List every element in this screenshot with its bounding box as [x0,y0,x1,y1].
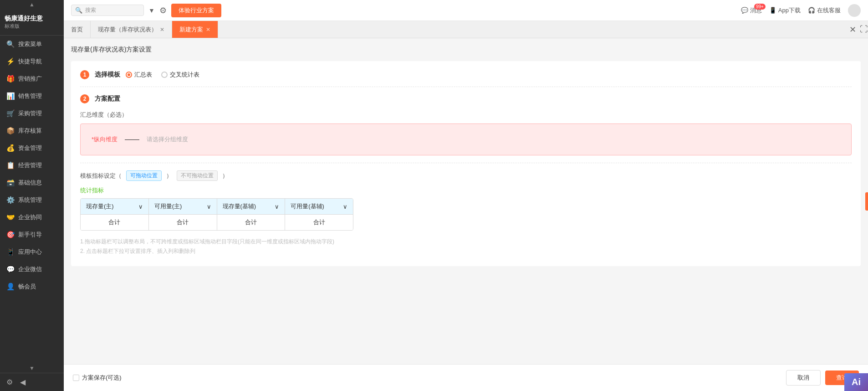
stat-cell-1-2: 合计 [149,215,217,230]
tip-2: 2. 点击标题栏下拉可设置排序、插入列和删除列 [80,247,852,255]
page-title: 现存量(库存状况表)方案设置 [71,46,861,54]
sidebar-label-inventory: 库存核算 [18,127,42,135]
stat-col-2[interactable]: 可用量(主) ∨ [149,199,217,214]
stat-cell-1-1: 合计 [81,215,149,230]
collapse-icon[interactable]: ◀ [20,378,26,386]
tip-1: 1.拖动标题栏可以调整布局，不可跨维度或指标区域拖动栏目字段(只能在同一维度或指… [80,238,852,246]
sidebar-label-sales: 销售管理 [18,92,42,100]
wechat-icon: 💬 [6,265,15,273]
expand-window-icon[interactable]: ⛶ [860,25,868,34]
messages-badge[interactable]: 💬 消息 99+ [741,6,762,15]
window-controls: ✕ ⛶ [849,25,868,35]
sidebar-item-marketing[interactable]: 🎁 营销推广 [0,70,64,87]
step2-row: 2 方案配置 [80,94,852,103]
radio-cross[interactable]: 交叉统计表 [161,71,199,79]
radio-cross-label: 交叉统计表 [170,71,199,79]
stat-section-title: 统计指标 [80,186,852,195]
sidebar-item-shortcut[interactable]: ⚡ 快捷导航 [0,53,64,70]
plan-config-card: 1 选择模板 汇总表 交叉统计表 2 方案配置 [71,61,861,266]
stat-col-3-label: 现存量(基辅) [223,202,256,211]
sidebar-footer: ⚙ ◀ [0,373,64,391]
sidebar-item-enterprise[interactable]: 🤝 企业协同 [0,209,64,226]
step1-title: 选择模板 [95,71,120,79]
close-window-icon[interactable]: ✕ [849,25,856,35]
step2-badge: 2 [80,94,89,103]
save-option-label: 方案保存(可选) [82,374,122,382]
non-draggable-tag: 不可拖动位置 [177,170,218,181]
topbar-right: 💬 消息 99+ 📱 App下载 🎧 在线客服 [741,4,861,17]
dimension-arrow: —— [125,135,139,144]
stat-cell-1-3: 合计 [217,215,286,230]
member-icon: 👤 [6,283,15,291]
tab-home-label: 首页 [71,26,83,34]
resize-handle[interactable] [865,192,868,211]
sidebar-item-inventory[interactable]: 📦 库存核算 [0,122,64,139]
sidebar-item-finance[interactable]: 💰 资金管理 [0,139,64,157]
sidebar-item-wechat[interactable]: 💬 企业微信 [0,261,64,278]
stat-table: 现存量(主) ∨ 可用量(主) ∨ 现存量(基辅) ∨ 可用量(基辅) ∨ [80,198,353,231]
sidebar-item-appstore[interactable]: 📱 应用中心 [0,243,64,261]
headset-icon: 🎧 [808,7,815,14]
appstore-icon: 📱 [6,248,15,256]
stat-col-2-arrow: ∨ [207,203,211,210]
tab-inventory[interactable]: 现存量（库存状况表） ✕ [91,21,172,38]
sidebar-label-wechat: 企业微信 [18,265,42,273]
radio-summary-dot [126,72,132,78]
dimension-label: 汇总维度（必选） [80,111,852,119]
stat-col-1[interactable]: 现存量(主) ∨ [81,199,149,214]
ai-button[interactable]: Ai [844,373,868,391]
stat-table-row-1: 合计 合计 合计 合计 [81,214,353,230]
user-avatar[interactable] [848,4,861,17]
management-icon: 📋 [6,161,15,170]
tab-new-plan[interactable]: 新建方案 ✕ [172,21,218,38]
tab-new-plan-close[interactable]: ✕ [206,26,210,33]
sidebar-label-marketing: 营销推广 [18,75,42,83]
cancel-button[interactable]: 取消 [786,370,821,386]
sidebar-item-basic[interactable]: 🗃️ 基础信息 [0,174,64,191]
sidebar-item-management[interactable]: 📋 经营管理 [0,157,64,174]
sales-icon: 📊 [6,92,15,100]
search-bar[interactable]: 🔍 搜索 [71,5,144,16]
sidebar-label-basic: 基础信息 [18,179,42,187]
divider1 [80,87,852,87]
radio-summary[interactable]: 汇总表 [126,71,152,79]
sidebar-scroll-down[interactable]: ▼ [0,364,64,373]
trial-button[interactable]: 体验行业方案 [171,4,221,17]
stat-col-3[interactable]: 现存量(基辅) ∨ [217,199,286,214]
sidebar-label-appstore: 应用中心 [18,248,42,256]
app-download-label: App下载 [778,6,801,15]
dropdown-arrow-icon[interactable]: ▼ [148,7,155,14]
message-icon: 💬 [741,7,748,14]
sidebar-label-search: 搜索菜单 [18,40,42,48]
stat-col-4[interactable]: 可用量(基辅) ∨ [285,199,353,214]
sidebar-item-guide[interactable]: 🎯 新手引导 [0,226,64,243]
guide-icon: 🎯 [6,231,15,239]
sidebar-item-sales[interactable]: 📊 销售管理 [0,87,64,105]
sidebar-scroll-up[interactable]: ▲ [0,0,64,9]
sidebar-label-management: 经营管理 [18,161,42,170]
app-download[interactable]: 📱 App下载 [769,6,801,15]
sidebar-item-purchase[interactable]: 🛒 采购管理 [0,105,64,122]
indicator-label-end: ） [166,172,172,180]
gear-icon[interactable]: ⚙ [159,5,167,15]
tab-inventory-close[interactable]: ✕ [160,26,164,33]
stat-col-1-arrow: ∨ [138,203,143,210]
enterprise-icon: 🤝 [6,213,15,221]
search-icon: 🔍 [75,7,82,14]
tab-home[interactable]: 首页 [64,21,91,38]
dimension-area[interactable]: *纵向维度 —— 请选择分组维度 [80,123,852,155]
radio-summary-label: 汇总表 [134,71,152,79]
template-radio-group: 汇总表 交叉统计表 [126,71,199,79]
sidebar-item-search[interactable]: 🔍 搜索菜单 [0,36,64,53]
tab-inventory-label: 现存量（库存状况表） [98,26,157,34]
sidebar-item-system[interactable]: ⚙️ 系统管理 [0,191,64,209]
stat-cell-1-4: 合计 [285,215,353,230]
sidebar-item-member[interactable]: 👤 畅会员 [0,278,64,295]
settings-icon[interactable]: ⚙ [6,378,13,386]
online-service[interactable]: 🎧 在线客服 [808,6,841,15]
stat-col-2-label: 可用量(主) [154,202,182,211]
dimension-placeholder: 请选择分组维度 [147,135,188,144]
step1-row: 1 选择模板 汇总表 交叉统计表 [80,70,852,79]
divider2 [80,163,852,163]
save-checkbox[interactable] [73,375,79,381]
